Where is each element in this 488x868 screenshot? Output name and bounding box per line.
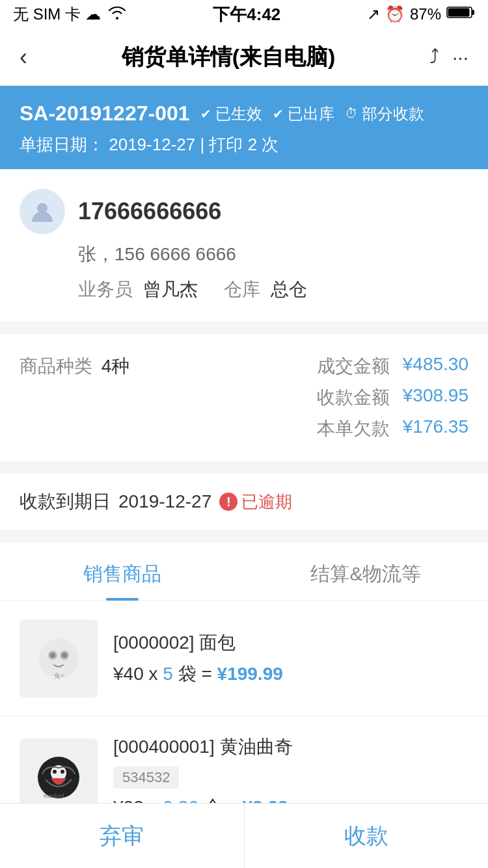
svg-point-7	[50, 653, 55, 658]
product-unit-1: 袋	[178, 664, 197, 684]
transaction-label: 成交金额	[317, 354, 390, 379]
received-row: 收款金额 ¥308.95	[317, 385, 468, 410]
received-label: 收款金额	[317, 385, 390, 410]
share-button[interactable]: ⤴	[429, 46, 439, 68]
sales-info: 业务员 曾凡杰	[78, 277, 198, 302]
separator-2	[0, 467, 488, 474]
badge-partial-label: 部分收款	[362, 103, 424, 124]
collect-payment-label: 收款	[344, 821, 388, 851]
location-icon: ↗	[367, 5, 380, 23]
tab-settlement[interactable]: 结算&物流等	[244, 543, 488, 601]
customer-phone: 17666666666	[78, 198, 221, 225]
due-section: 收款到期日 2019-12-27 ! 已逾期	[0, 474, 488, 530]
product-id-2: [000400001]	[113, 737, 215, 757]
transaction-amount: ¥485.30	[403, 354, 468, 379]
received-amount: ¥308.95	[403, 385, 468, 410]
status-bar: 无 SIM 卡 ☁ 下午4:42 ↗ ⏰ 87%	[0, 0, 488, 29]
badge-shipped-label: 已出库	[288, 103, 334, 124]
cancel-review-label: 弃审	[100, 821, 144, 851]
warehouse-name: 总仓	[271, 279, 307, 299]
svg-text:masked: masked	[44, 793, 64, 799]
owed-row: 本单欠款 ¥176.35	[317, 416, 468, 441]
order-date-row: 单据日期： 2019-12-27 | 打印 2 次	[20, 133, 468, 156]
separator-3	[0, 536, 488, 543]
alarm-icon: ⏰	[385, 5, 405, 23]
tab-settlement-label: 结算&物流等	[310, 563, 421, 584]
check-icon-2: ✔	[273, 106, 284, 122]
owed-label: 本单欠款	[317, 416, 390, 441]
battery-level: 87%	[410, 5, 441, 23]
clock-icon: ⏱	[345, 106, 358, 121]
badge-shipped: ✔ 已出库	[273, 103, 334, 124]
product-title-1: 面包	[199, 632, 236, 653]
svg-point-12	[53, 770, 57, 774]
warehouse-label: 仓库	[224, 279, 260, 299]
product-total-1: ¥199.99	[217, 664, 283, 684]
sales-label: 业务员	[78, 279, 133, 299]
customer-section: 17666666666 张，156 6666 6666 业务员 曾凡杰 仓库 总…	[0, 169, 488, 321]
product-image-1: 兔+	[20, 619, 98, 698]
tabs-section: 销售商品 结算&物流等	[0, 543, 488, 601]
category-count: 4种	[102, 356, 130, 376]
overdue-badge: ! 已逾期	[219, 491, 292, 513]
product-id-1: [0000002]	[113, 632, 195, 653]
transaction-row: 成交金额 ¥485.30	[317, 354, 468, 379]
bottom-bar: 弃审 收款	[0, 803, 488, 868]
svg-point-13	[61, 770, 64, 774]
category-label: 商品种类	[20, 356, 92, 376]
order-date-value: 2019-12-27	[109, 135, 195, 154]
due-date-value: 2019-12-27	[118, 491, 211, 512]
customer-meta: 业务员 曾凡杰 仓库 总仓	[20, 277, 468, 302]
amounts-right: 成交金额 ¥485.30 收款金额 ¥308.95 本单欠款 ¥176.35	[317, 354, 468, 441]
wifi-icon	[107, 5, 127, 23]
badge-partial: ⏱ 部分收款	[345, 103, 424, 124]
svg-rect-2	[448, 8, 469, 17]
customer-sub-info: 张，156 6666 6666	[20, 242, 468, 267]
status-bar-time: 下午4:42	[213, 3, 280, 26]
order-header: SA-20191227-001 ✔ 已生效 ✔ 已出库 ⏱ 部分收款 单据日期：…	[0, 86, 488, 169]
category-info: 商品种类 4种	[20, 354, 129, 379]
status-bar-right: ↗ ⏰ 87%	[367, 5, 475, 23]
product-badge-2: 534532	[113, 766, 179, 789]
product-qty-1: 5	[163, 664, 173, 684]
order-id: SA-20191227-001	[20, 102, 190, 126]
tab-sales-products[interactable]: 销售商品	[0, 543, 244, 601]
collect-payment-button[interactable]: 收款	[245, 804, 489, 868]
overdue-icon: !	[219, 493, 237, 511]
print-label: | 打印	[200, 135, 243, 154]
due-label: 收款到期日	[20, 489, 111, 514]
amounts-section: 商品种类 4种 成交金额 ¥485.30 收款金额 ¥308.95 本单欠款 ¥…	[0, 334, 488, 461]
nav-actions: ⤴ ···	[429, 46, 468, 68]
svg-text:兔+: 兔+	[54, 672, 64, 679]
sim-status: 无 SIM 卡 ☁	[13, 4, 101, 25]
product-title-2: 黄油曲奇	[220, 737, 293, 757]
owed-amount: ¥176.35	[403, 416, 468, 441]
badge-effective-label: 已生效	[215, 103, 262, 124]
customer-avatar	[20, 189, 65, 234]
svg-point-8	[62, 653, 67, 658]
battery-icon	[446, 5, 475, 23]
product-name-2: [000400001] 黄油曲奇	[113, 735, 468, 759]
product-price-1: ¥40 x 5 袋 = ¥199.99	[113, 662, 468, 686]
page-title: 销货单详情(来自电脑)	[122, 42, 336, 72]
warehouse-info: 仓库 总仓	[224, 277, 307, 302]
date-label: 单据日期：	[20, 135, 104, 154]
badge-effective: ✔ 已生效	[200, 103, 262, 124]
tab-sales-products-label: 销售商品	[83, 563, 161, 584]
table-row: 兔+ [0000002] 面包 ¥40 x 5 袋 = ¥199.99	[0, 601, 488, 716]
separator-1	[0, 328, 488, 334]
more-button[interactable]: ···	[452, 46, 468, 68]
cancel-review-button[interactable]: 弃审	[0, 804, 245, 868]
nav-bar: ‹ 销货单详情(来自电脑) ⤴ ···	[0, 29, 488, 86]
sales-name: 曾凡杰	[143, 279, 198, 299]
back-button[interactable]: ‹	[20, 44, 27, 71]
product-info-1: [0000002] 面包 ¥40 x 5 袋 = ¥199.99	[113, 631, 468, 686]
status-bar-left: 无 SIM 卡 ☁	[13, 4, 127, 25]
print-count: 2 次	[248, 135, 279, 154]
check-icon-1: ✔	[200, 106, 211, 122]
overdue-text: 已逾期	[241, 491, 292, 513]
product-name-1: [0000002] 面包	[113, 631, 468, 655]
svg-rect-1	[472, 10, 474, 15]
